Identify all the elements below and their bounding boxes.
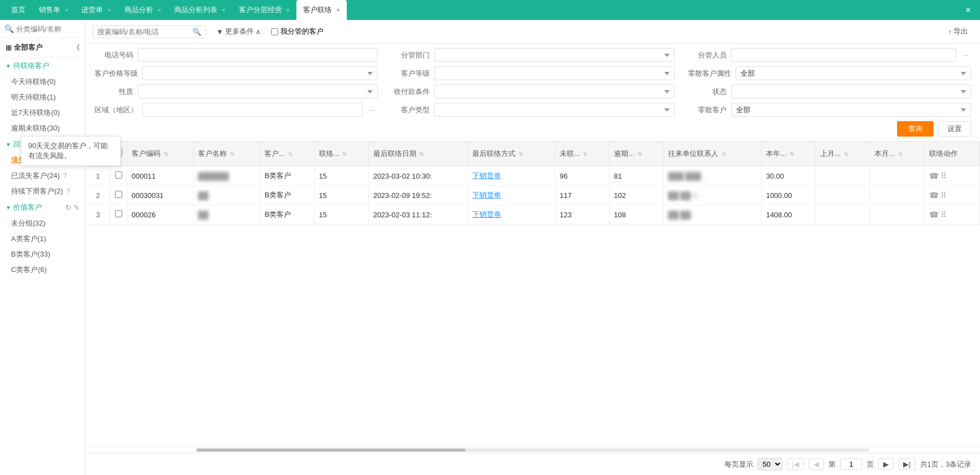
tab-customer-contact[interactable]: 客户联络 × xyxy=(296,0,346,20)
all-customers-item[interactable]: ⊞ 全部客户 《 xyxy=(0,38,85,58)
td-uncontact-2: 117 xyxy=(555,186,609,205)
sort-icon-last-way[interactable]: ⇅ xyxy=(519,151,523,157)
price-level-select[interactable] xyxy=(142,66,378,80)
main-search-input[interactable] xyxy=(97,28,190,36)
sort-icon-this-year[interactable]: ⇅ xyxy=(790,151,794,157)
query-button[interactable]: 查询 xyxy=(897,121,934,137)
last-way-link-1[interactable]: 下销货单 xyxy=(472,171,501,180)
sidebar-item-b-class[interactable]: B类客户(33) xyxy=(0,247,85,262)
td-checkbox-2 xyxy=(111,186,127,205)
contact-action-icon-2[interactable]: ☎ xyxy=(929,191,939,200)
person-dots[interactable]: ··· xyxy=(961,51,971,59)
close-tab-customer-tier[interactable]: × xyxy=(286,7,290,13)
sidebar-item-ungrouped[interactable]: 未分组(32) xyxy=(0,216,85,231)
sidebar-item-churned[interactable]: 已流失客户(24) ? xyxy=(0,168,85,184)
export-button[interactable]: ↑ 导出 xyxy=(943,24,974,39)
sort-icon-type[interactable]: ⇅ xyxy=(288,151,293,157)
horizontal-scrollbar[interactable] xyxy=(86,446,980,453)
sort-icon-this-month[interactable]: ⇅ xyxy=(898,151,903,157)
tab-purchase[interactable]: 进货单 × xyxy=(75,0,117,20)
tab-home[interactable]: 首页 xyxy=(4,0,32,20)
customer-level-label: 客户等级 xyxy=(391,69,430,79)
row-checkbox-2[interactable] xyxy=(115,191,122,198)
more-action-icon-1[interactable]: ⠿ xyxy=(941,171,946,180)
row-checkbox-1[interactable] xyxy=(115,171,122,179)
row-checkbox-3[interactable] xyxy=(115,210,122,217)
retail-attr-select[interactable]: 全部 xyxy=(736,66,971,80)
last-way-link-3[interactable]: 下销货单 xyxy=(472,210,501,218)
close-tab-sales[interactable]: × xyxy=(65,7,68,13)
prev-page-button[interactable]: ◀ xyxy=(809,458,824,470)
last-way-link-2[interactable]: 下销货单 xyxy=(472,191,501,199)
tab-customer-tier[interactable]: 客户分层经营 × xyxy=(232,0,296,20)
status-select[interactable] xyxy=(731,85,971,98)
main-search-icon[interactable]: 🔍 xyxy=(192,28,201,36)
page-size-select[interactable]: 50 xyxy=(758,458,783,471)
sort-icon-contact[interactable]: ⇅ xyxy=(342,151,347,157)
window-close-button[interactable]: × xyxy=(961,4,976,16)
sort-icon-contact-person[interactable]: ⇅ xyxy=(722,151,726,157)
next-page-button[interactable]: ▶ xyxy=(878,458,894,470)
first-page-button[interactable]: |◀ xyxy=(787,458,804,470)
sidebar-search-icon: 🔍 xyxy=(4,24,14,33)
contact-action-icon-3[interactable]: ☎ xyxy=(929,210,939,219)
section-pending-contact[interactable]: ▼ 待联络客户 xyxy=(0,58,85,74)
sort-icon-overdue[interactable]: ⇅ xyxy=(638,151,642,157)
tab-sales[interactable]: 销售单 × xyxy=(32,0,75,20)
customer-level-select[interactable] xyxy=(434,66,674,80)
status-label: 状态 xyxy=(688,87,727,97)
th-contact-person: 往来单位联系人 ⇅ xyxy=(664,142,762,166)
scrollbar-track xyxy=(196,448,869,452)
retail-select[interactable]: 全部 xyxy=(731,103,971,117)
sidebar-item-overdue[interactable]: 逾期未联络(30) xyxy=(0,121,85,136)
person-input[interactable] xyxy=(731,48,956,62)
td-num-1: 1 xyxy=(86,166,111,186)
my-customers-checkbox-label[interactable]: 我分管的客户 xyxy=(271,27,324,36)
sort-icon-uncontact[interactable]: ⇅ xyxy=(583,151,587,157)
th-last-date: 最后联络日期 ⇅ xyxy=(368,142,467,166)
settings-button[interactable]: 设置 xyxy=(938,121,971,137)
filter-cell-dept: 分管部门 xyxy=(391,48,674,62)
contact-action-icon-1[interactable]: ☎ xyxy=(929,171,939,180)
td-this-month-1 xyxy=(870,166,924,186)
sidebar-item-today[interactable]: 今天待联络(0) xyxy=(0,74,85,90)
scrollbar-thumb[interactable] xyxy=(196,448,466,452)
sort-icon-last-date[interactable]: ⇅ xyxy=(419,151,424,157)
dept-select[interactable] xyxy=(434,48,674,62)
sidebar-item-7days[interactable]: 近7天待联络(0) xyxy=(0,105,85,121)
my-customers-checkbox[interactable] xyxy=(271,28,278,35)
more-action-icon-3[interactable]: ⠿ xyxy=(941,210,946,219)
th-actions: 联络动作 xyxy=(924,142,979,166)
region-dots[interactable]: ··· xyxy=(367,106,378,114)
phone-input[interactable] xyxy=(138,48,378,62)
region-input[interactable] xyxy=(142,103,363,117)
person-label: 分管人员 xyxy=(688,50,727,60)
page-input[interactable] xyxy=(840,458,862,470)
payment-select[interactable] xyxy=(434,85,674,98)
sort-icon-code[interactable]: ⇅ xyxy=(164,151,168,157)
sort-icon-name[interactable]: ⇅ xyxy=(230,151,234,157)
sidebar-item-a-class[interactable]: A类客户(1) xyxy=(0,231,85,247)
nature-select[interactable] xyxy=(138,85,378,98)
tab-product-analysis[interactable]: 商品分析 × xyxy=(118,0,168,20)
churn-warning-tooltip: 90天无交易的客户，可能有流失风险。 xyxy=(21,136,86,166)
sidebar-search-input[interactable] xyxy=(16,25,86,33)
sidebar-item-declining[interactable]: 持续下滑客户(2) ? xyxy=(0,184,85,199)
last-page-button[interactable]: ▶| xyxy=(898,458,915,470)
refresh-icon[interactable]: ↻ xyxy=(65,203,71,212)
sidebar-item-tomorrow[interactable]: 明天待联络(1) xyxy=(0,90,85,105)
tab-product-analysis-list[interactable]: 商品分析列表 × xyxy=(168,0,232,20)
td-contact-count-1: 15 xyxy=(314,166,368,186)
close-tab-product-analysis[interactable]: × xyxy=(158,7,161,13)
edit-icon[interactable]: ✎ xyxy=(74,203,80,212)
customer-type-select[interactable] xyxy=(434,103,674,117)
close-tab-purchase[interactable]: × xyxy=(107,7,111,13)
close-tab-customer-contact[interactable]: × xyxy=(336,7,340,13)
more-action-icon-2[interactable]: ⠿ xyxy=(941,191,946,200)
section-value-customers[interactable]: ▼ 价值客户 ↻ ✎ xyxy=(0,199,85,216)
sort-icon-last-month[interactable]: ⇅ xyxy=(844,151,848,157)
close-tab-product-analysis-list[interactable]: × xyxy=(222,7,225,13)
td-last-way-1: 下销货单 xyxy=(467,166,555,186)
more-conditions-button[interactable]: ▼ 更多条件 ∧ xyxy=(211,24,267,39)
sidebar-item-c-class[interactable]: C类客户(6) xyxy=(0,262,85,278)
